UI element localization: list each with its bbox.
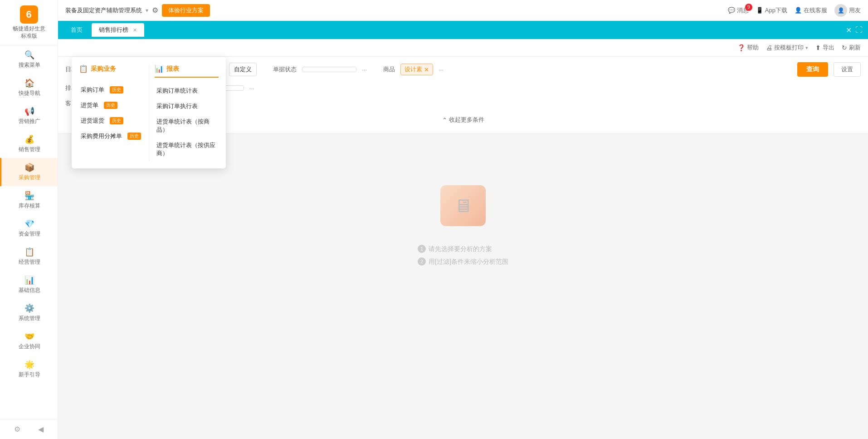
inventory-icon: 🏪	[24, 191, 34, 201]
dropdown-overlay[interactable]: 📋 采购业务 采购订单 历史 进货单 历史 进货退货	[58, 39, 868, 439]
report-section: 📊 报表 采购订单统计表 采购订单执行表 进货单统计表（按商品）	[155, 64, 219, 161]
sidebar-item-sales[interactable]: 💰 销售管理	[0, 130, 58, 158]
sidebar-item-base-info[interactable]: 📊 基础信息	[0, 271, 58, 299]
tab-bar: 首页 销售排行榜 ✕ ✕ ⛶	[58, 21, 868, 39]
logo-text: 畅捷通好生意 标准版	[13, 25, 45, 39]
menu-item-inbound-label: 进货单	[81, 101, 98, 109]
sales-icon: 💰	[24, 134, 34, 144]
history-badge-1: 历史	[104, 102, 117, 109]
sidebar-item-label: 基础信息	[19, 286, 40, 294]
sidebar-item-inventory[interactable]: 🏪 库存核算	[0, 186, 58, 214]
sidebar-item-label: 经营管理	[19, 258, 40, 266]
sidebar-item-label: 资金管理	[19, 230, 40, 238]
menu-item-order-exec[interactable]: 采购订单执行表	[155, 99, 219, 114]
menu-item-purchase-order[interactable]: 采购订单 历史	[79, 82, 143, 98]
tab-home-label: 首页	[71, 26, 83, 33]
sidebar-item-label: 采购管理	[19, 174, 40, 182]
report-section-label: 报表	[166, 65, 179, 73]
menu-item-order-stats[interactable]: 采购订单统计表	[155, 83, 219, 99]
sidebar: 6 畅捷通好生意 标准版 🔍 搜索菜单 🏠 快捷导航 📢 营销推广 💰 销售管理…	[0, 0, 58, 439]
finance-icon: 💎	[24, 219, 34, 229]
app-download-label: App下载	[765, 6, 787, 15]
sidebar-nav: 🔍 搜索菜单 🏠 快捷导航 📢 营销推广 💰 销售管理 📦 采购管理 🏪 库存核…	[0, 45, 58, 419]
menu-item-inbound-by-goods[interactable]: 进货单统计表（按商品）	[155, 114, 219, 138]
header-left: 装备及固定资产辅助管理系统 ▾ ⚙ 体验行业方案	[65, 4, 210, 17]
sidebar-logo: 6 畅捷通好生意 标准版	[0, 0, 58, 45]
system-icon: ⚙️	[24, 303, 34, 313]
notification-badge: 9	[745, 4, 752, 11]
menu-item-return[interactable]: 进货退货 历史	[79, 113, 143, 128]
logo-icon: 6	[20, 5, 38, 24]
sidebar-item-label: 新手引导	[19, 371, 40, 379]
sidebar-item-label: 快捷导航	[19, 89, 40, 97]
home-icon: 🏠	[24, 78, 34, 88]
history-badge-0: 历史	[110, 86, 123, 94]
online-service-label: 在线客服	[804, 6, 827, 15]
sidebar-item-label: 营销推广	[19, 118, 40, 125]
footer-settings-icon[interactable]: ⚙	[14, 425, 20, 434]
sidebar-item-quick-nav[interactable]: 🏠 快捷导航	[0, 74, 58, 102]
menu-item-inbound-by-supplier-label: 进货单统计表（按供应商）	[156, 141, 217, 158]
app-download-action[interactable]: 📱 App下载	[756, 6, 787, 15]
sidebar-item-label: 库存核算	[19, 202, 40, 210]
base-info-icon: 📊	[24, 275, 34, 285]
sidebar-item-operations[interactable]: 📋 经营管理	[0, 242, 58, 271]
mobile-icon: 📱	[756, 7, 763, 14]
sidebar-item-cooperation[interactable]: 🤝 企业协同	[0, 327, 58, 355]
notification-icon: 💬	[728, 7, 735, 14]
sidebar-item-system[interactable]: ⚙️ 系统管理	[0, 299, 58, 327]
sidebar-item-label: 搜索菜单	[19, 61, 40, 69]
menu-item-inbound-by-goods-label: 进货单统计表（按商品）	[156, 118, 217, 134]
menu-item-purchase-order-label: 采购订单	[81, 86, 104, 94]
menu-item-order-stats-label: 采购订单统计表	[156, 87, 198, 95]
menu-item-return-label: 进货退货	[81, 117, 104, 125]
content-wrapper: ❓ 帮助 🖨 按模板打印 ▾ ⬆ 导出 ↻ 刷新 日期 2	[58, 39, 868, 439]
tab-actions: ✕ ⛶	[846, 26, 863, 35]
report-section-title: 📊 报表	[155, 64, 219, 78]
sidebar-item-guide[interactable]: 🌟 新手引导	[0, 355, 58, 383]
avatar: 👤	[834, 4, 847, 17]
history-badge-2: 历史	[110, 117, 123, 124]
guide-icon: 🌟	[24, 360, 34, 370]
tab-close-icon[interactable]: ✕	[133, 27, 137, 33]
menu-item-inbound[interactable]: 进货单 历史	[79, 98, 143, 113]
operations-icon: 📋	[24, 247, 34, 257]
user-action[interactable]: 👤 用友	[834, 4, 861, 17]
menu-item-expense[interactable]: 采购费用分摊单 历史	[79, 128, 143, 144]
sidebar-item-marketing[interactable]: 📢 营销推广	[0, 102, 58, 130]
system-title: 装备及固定资产辅助管理系统	[65, 6, 142, 15]
sidebar-item-finance[interactable]: 💎 资金管理	[0, 214, 58, 242]
tab-home[interactable]: 首页	[63, 23, 90, 37]
tab-sales-rank-label: 销售排行榜	[99, 26, 128, 33]
header-settings-icon[interactable]: ⚙	[152, 6, 158, 15]
tab-sales-rank[interactable]: 销售排行榜 ✕	[92, 23, 144, 37]
menu-item-expense-label: 采购费用分摊单	[81, 132, 122, 140]
online-service-action[interactable]: 👤 在线客服	[795, 6, 827, 15]
footer-collapse-icon[interactable]: ◀	[38, 425, 44, 434]
sidebar-item-label: 企业协同	[19, 343, 40, 350]
purchase-section-label: 采购业务	[91, 65, 116, 73]
sidebar-item-purchase[interactable]: 📦 采购管理	[0, 158, 58, 186]
window-close-icon[interactable]: ✕	[846, 26, 852, 35]
sidebar-item-label: 系统管理	[19, 315, 40, 322]
dropdown-arrow-icon[interactable]: ▾	[146, 7, 148, 14]
purchase-section: 📋 采购业务 采购订单 历史 进货单 历史 进货退货	[79, 64, 143, 161]
sidebar-footer: ⚙ ◀	[0, 419, 58, 439]
main-content: 装备及固定资产辅助管理系统 ▾ ⚙ 体验行业方案 💬 消息 9 📱 App下载 …	[58, 0, 868, 439]
menu-item-inbound-by-supplier[interactable]: 进货单统计表（按供应商）	[155, 138, 219, 161]
history-badge-3: 历史	[127, 133, 141, 140]
cooperation-icon: 🤝	[24, 331, 34, 341]
notification-action[interactable]: 💬 消息 9	[728, 6, 749, 15]
sidebar-item-search[interactable]: 🔍 搜索菜单	[0, 45, 58, 74]
menu-item-order-exec-label: 采购订单执行表	[156, 102, 198, 110]
section-divider	[149, 64, 149, 161]
window-expand-icon[interactable]: ⛶	[855, 26, 863, 34]
service-icon: 👤	[795, 7, 802, 14]
dropdown-sections: 📋 采购业务 采购订单 历史 进货单 历史 进货退货	[79, 64, 219, 161]
purchase-section-icon: 📋	[79, 64, 88, 73]
report-section-icon: 📊	[155, 64, 164, 73]
purchase-section-title: 📋 采购业务	[79, 64, 143, 77]
industry-btn[interactable]: 体验行业方案	[162, 4, 210, 17]
dropdown-menu: 📋 采购业务 采购订单 历史 进货单 历史 进货退货	[72, 57, 226, 168]
marketing-icon: 📢	[24, 106, 34, 116]
